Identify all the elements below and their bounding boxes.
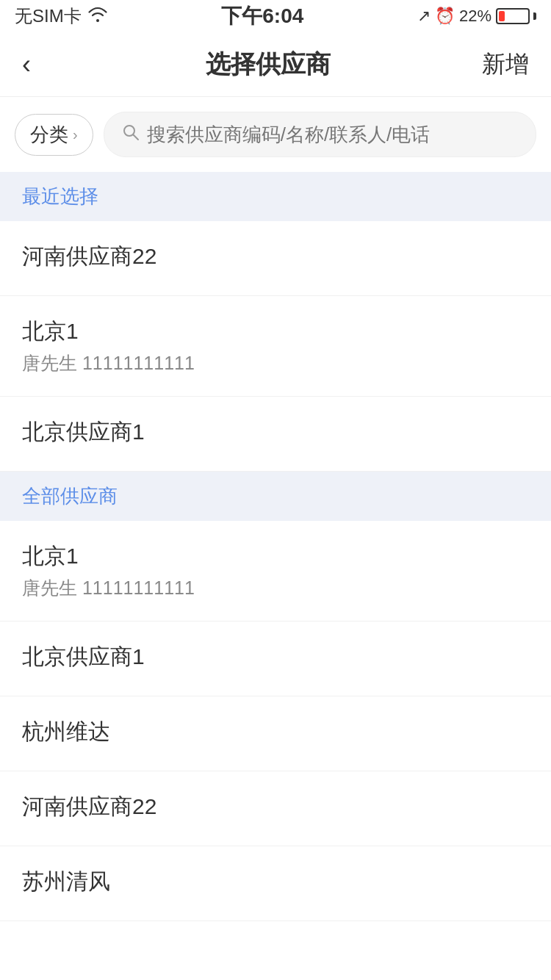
carrier-text: 无SIM卡 xyxy=(15,4,82,28)
status-time: 下午6:04 xyxy=(221,2,303,30)
battery-icon xyxy=(496,8,536,24)
nav-bar: ‹ 选择供应商 新增 xyxy=(0,32,551,97)
list-item[interactable]: 北京1唐先生 11111111111 xyxy=(0,296,551,397)
item-name: 北京供应商1 xyxy=(22,417,529,447)
recent-section-label: 最近选择 xyxy=(22,185,98,207)
list-item[interactable]: 北京供应商1 xyxy=(0,397,551,472)
list-item[interactable]: 北京供应商1 xyxy=(0,621,551,696)
svg-line-1 xyxy=(133,135,138,140)
item-sub: 唐先生 11111111111 xyxy=(22,576,529,600)
item-name: 苏州清风 xyxy=(22,867,529,897)
search-icon xyxy=(122,123,140,146)
item-name: 河南供应商22 xyxy=(22,792,529,822)
item-name: 北京1 xyxy=(22,541,529,572)
item-name: 北京供应商1 xyxy=(22,642,529,672)
back-button[interactable]: ‹ xyxy=(22,49,66,80)
wifi-icon xyxy=(87,6,108,26)
item-name: 河南供应商22 xyxy=(22,242,529,272)
location-icon: ↗ xyxy=(417,7,431,26)
recent-section-header: 最近选择 xyxy=(0,172,551,221)
item-name: 北京1 xyxy=(22,317,529,347)
battery-percent: 22% xyxy=(459,7,491,26)
status-right: ↗ ⏰ 22% xyxy=(417,7,536,26)
search-input[interactable] xyxy=(147,123,518,146)
item-sub: 唐先生 11111111111 xyxy=(22,351,529,375)
category-label: 分类 xyxy=(30,122,68,148)
filter-row: 分类 › xyxy=(0,97,551,172)
all-section-header: 全部供应商 xyxy=(0,472,551,521)
all-list: 北京1唐先生 11111111111北京供应商1杭州维达河南供应商22苏州清风 xyxy=(0,521,551,921)
list-item[interactable]: 河南供应商22 xyxy=(0,221,551,296)
list-item[interactable]: 杭州维达 xyxy=(0,696,551,771)
category-button[interactable]: 分类 › xyxy=(15,114,93,156)
list-item[interactable]: 苏州清风 xyxy=(0,846,551,921)
list-item[interactable]: 河南供应商22 xyxy=(0,771,551,846)
page-title: 选择供应商 xyxy=(206,48,331,82)
chevron-right-icon: › xyxy=(73,126,78,143)
alarm-icon: ⏰ xyxy=(435,7,455,26)
status-bar: 无SIM卡 下午6:04 ↗ ⏰ 22% xyxy=(0,0,551,32)
list-item[interactable]: 北京1唐先生 11111111111 xyxy=(0,521,551,621)
search-box[interactable] xyxy=(104,112,536,157)
all-section-label: 全部供应商 xyxy=(22,485,118,507)
new-add-button[interactable]: 新增 xyxy=(470,48,529,81)
recent-list: 河南供应商22北京1唐先生 11111111111北京供应商1 xyxy=(0,221,551,472)
status-left: 无SIM卡 xyxy=(15,4,108,28)
item-name: 杭州维达 xyxy=(22,717,529,747)
